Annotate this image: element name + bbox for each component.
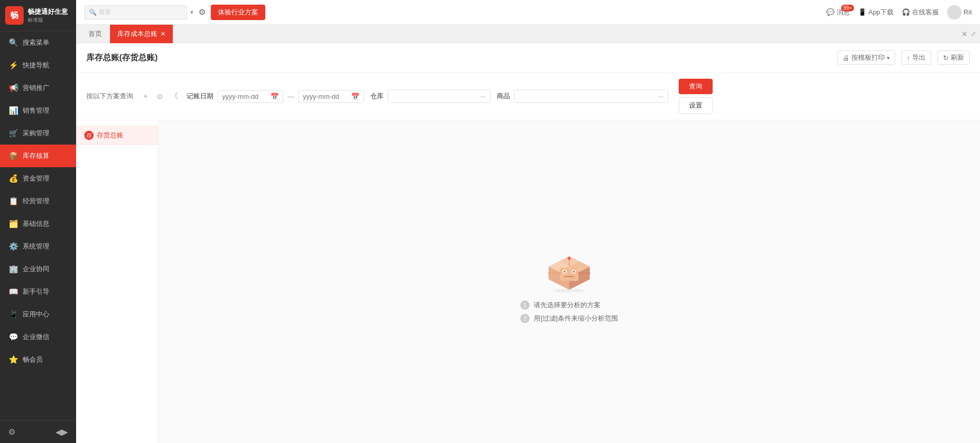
sidebar-item-search-menu[interactable]: 🔍 搜索菜单 [0,31,76,54]
sidebar-item-marketing[interactable]: 📢 营销推广 [0,77,76,99]
settings-bottom-icon[interactable]: ⚙ [8,427,15,437]
sidebar-item-newbie[interactable]: 📖 新手引导 [0,280,76,303]
refresh-btn[interactable]: ↻ 刷新 [937,50,970,65]
page-title: 库存总账(存货总账) [86,52,158,63]
tip-text-1: 请先选择要分析的方案 [534,300,601,310]
app-download-icon: 📱 [858,8,866,16]
scheme-panel: 存 存货总账 [76,120,158,443]
export-btn[interactable]: ↑ 导出 [901,50,932,65]
topbar-search-icon: 🔍 [89,9,97,16]
operations-icon: 📋 [8,196,19,206]
sidebar-label: 应用中心 [23,310,49,319]
sidebar-item-purchase[interactable]: 🛒 采购管理 [0,122,76,145]
refresh-label: 刷新 [951,53,964,62]
sidebar-label: 基础信息 [23,219,49,228]
date-end-field[interactable] [303,93,349,100]
sidebar-logo: 畅 畅捷通好生意 标准版 [0,0,76,31]
date-end-input[interactable]: 📅 [298,90,364,103]
sidebar-item-operations[interactable]: 📋 经营管理 [0,190,76,212]
message-btn[interactable]: 💬 消息 99+ [826,8,850,17]
main-area: 🔍 搜索 ▾ ⚙ 体验行业方案 💬 消息 99+ 📱 App下载 🎧 在线客服 [76,0,980,443]
tab-close-panel-icon[interactable]: ✕ [961,30,968,38]
empty-tips: 1 请先选择要分析的方案 2 用[过滤]条件来缩小分析范围 [520,300,618,323]
empty-illustration [538,241,600,292]
tab-active-label: 库存成本总账 [117,29,157,39]
tab-expand-icon[interactable]: ⤢ [971,30,976,38]
enterprise-icon: 🏢 [8,264,19,274]
sidebar-label: 销售管理 [23,106,49,115]
scheme-item-inventory-ledger[interactable]: 存 存货总账 [76,126,158,145]
empty-state: 1 请先选择要分析的方案 2 用[过滤]条件来缩小分析范围 [520,241,618,323]
settings-btn[interactable]: 设置 [679,97,713,114]
sidebar-item-inventory[interactable]: 📦 库存核算 [0,145,76,167]
sidebar-item-basic-info[interactable]: 🗂️ 基础信息 [0,212,76,235]
tab-inventory-ledger[interactable]: 库存成本总账 ✕ [110,25,173,43]
product-more-icon[interactable]: ··· [658,92,664,100]
topbar-chevron-icon[interactable]: ▾ [190,9,193,16]
sales-icon: 📊 [8,105,19,116]
quick-nav-icon: ⚡ [8,60,19,70]
wechat-icon: 💬 [8,332,19,342]
content-area: 库存总账(存货总账) 🖨 按模板打印 ▾ ↑ 导出 ↻ 刷新 按以下方案查询 [76,43,980,443]
finance-icon: 💰 [8,173,19,184]
scheme-item-label: 存货总账 [97,131,123,140]
sidebar-item-member[interactable]: ⭐ 畅会员 [0,348,76,371]
tab-home-label: 首页 [88,30,102,38]
basic-info-icon: 🗂️ [8,219,19,229]
system-icon: ⚙️ [8,241,19,252]
online-service-btn[interactable]: 🎧 在线客服 [902,8,939,17]
query-btn[interactable]: 查询 [679,79,713,94]
sidebar-item-app-center[interactable]: 📱 应用中心 [0,303,76,326]
industry-btn[interactable]: 体验行业方案 [211,5,265,20]
scheme-icon: 存 [84,131,94,140]
calendar-end-icon[interactable]: 📅 [351,93,359,100]
marketing-icon: 📢 [8,83,19,93]
filter-warehouse-group: 仓库 ··· [370,90,491,103]
filter-collapse-btn[interactable]: 《 [168,90,180,102]
template-print-label: 按模板打印 [851,53,885,62]
sidebar-item-finance[interactable]: 💰 资金管理 [0,167,76,190]
content-body: 存 存货总账 [76,120,980,443]
sidebar-label: 资金管理 [23,174,49,183]
app-download-label: App下载 [868,8,894,17]
sidebar-bottom: ⚙ ◀▶ [0,420,76,443]
sidebar-label: 营销推广 [23,83,49,93]
template-print-btn[interactable]: 🖨 按模板打印 ▾ [837,50,895,65]
product-select[interactable]: ··· [514,90,668,103]
svg-rect-10 [564,276,574,277]
sidebar-item-quick-nav[interactable]: ⚡ 快捷导航 [0,54,76,77]
sidebar-item-system[interactable]: ⚙️ 系统管理 [0,235,76,258]
filter-date-group: 记账日期 📅 — 📅 [187,90,364,103]
chevron-down-icon: ▾ [887,55,890,61]
calendar-start-icon[interactable]: 📅 [270,93,279,100]
tip-num-2: 2 [520,314,530,323]
warehouse-select[interactable]: ··· [388,90,491,103]
search-menu-icon: 🔍 [8,38,19,48]
filter-settings-btn[interactable]: ⊙ [154,90,166,102]
sidebar-item-wechat[interactable]: 💬 企业微信 [0,326,76,348]
user-area[interactable]: Rit [947,5,972,20]
product-label: 商品 [497,92,510,101]
sidebar-item-sales[interactable]: 📊 销售管理 [0,99,76,122]
svg-point-15 [554,289,585,292]
tab-home[interactable]: 首页 [80,29,110,39]
topbar-settings-icon[interactable]: ⚙ [198,7,206,17]
topbar-right: 💬 消息 99+ 📱 App下载 🎧 在线客服 Rit [826,5,972,20]
sidebar-scroll: 🔍 搜索菜单 ⚡ 快捷导航 📢 营销推广 📊 销售管理 🛒 采购管理 📦 库存核… [0,31,76,420]
tip-text-2: 用[过滤]条件来缩小分析范围 [534,314,618,323]
service-label: 在线客服 [912,8,939,17]
search-box[interactable]: 🔍 搜索 [84,5,187,20]
logo-icon: 畅 [5,6,24,25]
date-start-input[interactable]: 📅 [217,90,283,103]
tab-close-icon[interactable]: ✕ [160,30,166,38]
warehouse-more-icon[interactable]: ··· [480,92,486,100]
date-start-field[interactable] [222,93,268,100]
sidebar-item-enterprise[interactable]: 🏢 企业协同 [0,258,76,280]
empty-tip-1: 1 请先选择要分析的方案 [520,300,618,310]
filter-add-btn[interactable]: ＋ [139,90,152,102]
app-center-icon: 📱 [8,309,19,320]
warehouse-label: 仓库 [370,92,384,101]
app-download-btn[interactable]: 📱 App下载 [858,8,894,17]
message-badge: 99+ [841,5,854,11]
collapse-icon[interactable]: ◀▶ [56,427,68,437]
